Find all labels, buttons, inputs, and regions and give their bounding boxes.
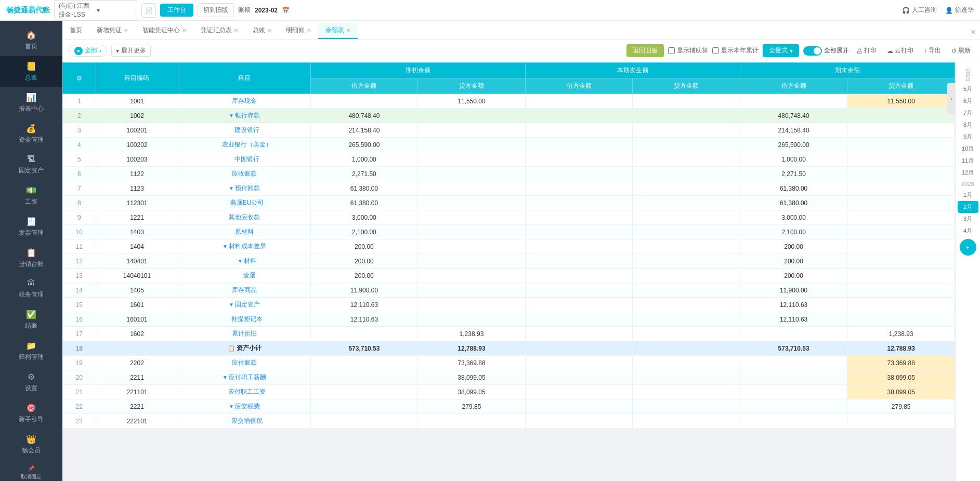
sidebar-item-funds[interactable]: 💰 资金管理	[0, 118, 62, 150]
th-end-credit: 贷方金额	[847, 78, 955, 94]
cell-name[interactable]: 燕属EU公司	[178, 196, 310, 210]
show-year-input[interactable]	[712, 47, 719, 54]
calendar-icon[interactable]: 📄	[141, 3, 156, 18]
consult-icon: 🎧	[902, 7, 910, 14]
cell-curr-credit	[633, 414, 740, 429]
month-2[interactable]: 2月	[958, 201, 978, 213]
month-5[interactable]: 5月	[958, 83, 978, 95]
print-button[interactable]: 🖨 打印	[853, 45, 880, 56]
sidebar-item-reports[interactable]: 📊 报表中心	[0, 87, 62, 118]
cell-name[interactable]: ▼预付账款	[178, 181, 310, 196]
sidebar-item-archive[interactable]: 📁 归档管理	[0, 336, 62, 367]
cell-start-debit: 214,158.40	[310, 123, 418, 138]
month-8[interactable]: 8月	[958, 119, 978, 131]
month-7[interactable]: 7月	[958, 107, 978, 119]
cell-name[interactable]: 应收账款	[178, 167, 310, 181]
switch-version-button[interactable]: 切到旧版	[198, 3, 234, 17]
tab-voucher-summary[interactable]: 凭证汇总表 ✕	[193, 23, 245, 39]
cell-name[interactable]: 原材料	[178, 225, 310, 239]
cell-code: 14040101	[96, 269, 178, 283]
main-content: 首页 新增凭证 ✕ 智能凭证中心 ✕ 凭证汇总表 ✕ 总账 ✕ 明细账 ✕	[62, 21, 980, 481]
sidebar-item-settings[interactable]: ⚙ 设置	[0, 367, 62, 398]
month-1[interactable]: 1月	[958, 189, 978, 201]
cell-name[interactable]: ▼应付职工薪酬	[178, 370, 310, 385]
month-11[interactable]: 11月	[958, 155, 978, 167]
tab-balance-sheet-close[interactable]: ✕	[346, 28, 350, 33]
cell-name[interactable]: 其他应收款	[178, 210, 310, 225]
full-mode-button[interactable]: 全量式 ▾	[763, 44, 799, 57]
tab-new-voucher-close[interactable]: ✕	[124, 28, 128, 33]
cell-name[interactable]: ▼材料成本差异	[178, 239, 310, 254]
sidebar-label-archive: 归档管理	[19, 353, 44, 362]
tab-smart-voucher[interactable]: 智能凭证中心 ✕	[135, 23, 193, 39]
tab-general-ledger[interactable]: 总账 ✕	[245, 23, 279, 39]
show-aux-input[interactable]	[668, 47, 675, 54]
month-9[interactable]: 9月	[958, 131, 978, 143]
tab-balance-sheet[interactable]: 余额表 ✕	[318, 23, 358, 39]
month-4[interactable]: 4月	[958, 225, 978, 237]
cell-name[interactable]: 应付职工工资	[178, 385, 310, 399]
period-calendar-icon[interactable]: 📅	[282, 7, 290, 14]
close-all-tabs[interactable]: ✕	[966, 25, 980, 39]
company-selector[interactable]: (勾前) 江西股金-LSS ▾	[54, 0, 137, 21]
collapse-panel-button[interactable]: ›	[947, 83, 956, 114]
month-12[interactable]: 12月	[958, 167, 978, 179]
cell-curr-credit	[633, 225, 740, 239]
sidebar-item-pin-bottom[interactable]: 📌 取消固定	[0, 460, 62, 481]
sidebar-item-member[interactable]: 👑 畅会员	[0, 429, 62, 460]
month-10[interactable]: 10月	[958, 143, 978, 155]
sidebar-item-invoice[interactable]: 🧾 发票管理	[0, 211, 62, 243]
tab-voucher-summary-close[interactable]: ✕	[234, 28, 238, 33]
sidebar-item-home[interactable]: 🏠 首页	[0, 25, 62, 56]
print-icon: 🖨	[856, 47, 863, 55]
cell-curr-credit	[633, 298, 740, 312]
tab-home[interactable]: 首页	[62, 23, 89, 39]
tab-detail-ledger[interactable]: 明细账 ✕	[279, 23, 318, 39]
sidebar-item-tax[interactable]: 🏛 税务管理	[0, 274, 62, 304]
tab-detail-ledger-close[interactable]: ✕	[307, 28, 311, 33]
user-profile[interactable]: 👤 徐逢华	[945, 6, 974, 15]
month-6[interactable]: 6月	[958, 95, 978, 107]
cell-name[interactable]: 壹蛋	[178, 269, 310, 283]
month-3[interactable]: 3月	[958, 213, 978, 225]
cell-name[interactable]: 建设银行	[178, 123, 310, 138]
tab-smart-voucher-close[interactable]: ✕	[182, 28, 186, 33]
expand-more-button[interactable]: ▾ 展开更多	[111, 45, 151, 57]
sidebar-item-salary[interactable]: 💵 工资	[0, 180, 62, 211]
all-filter-button[interactable]: ● 全部 ›	[69, 45, 107, 57]
refresh-button[interactable]: ↺ 刷新	[948, 45, 974, 56]
tab-general-ledger-close[interactable]: ✕	[267, 28, 271, 33]
cell-name[interactable]: ▼应交税费	[178, 399, 310, 414]
sidebar-item-close[interactable]: ✅ 结账	[0, 304, 62, 336]
workbench-button[interactable]: 工作台	[160, 4, 193, 17]
tab-new-voucher[interactable]: 新增凭证 ✕	[89, 23, 135, 39]
cell-name[interactable]: ▼固定资产	[178, 298, 310, 312]
cloud-print-button[interactable]: ☁ 云打印	[884, 45, 917, 56]
cell-name[interactable]: 农业银行（美金）	[178, 138, 310, 152]
cell-name[interactable]: 鞋提塑记本	[178, 312, 310, 327]
sidebar-item-assets[interactable]: 🏗 固定资产	[0, 150, 62, 180]
sidebar-item-trading[interactable]: 📋 进销台账	[0, 243, 62, 274]
cell-no: 19	[63, 356, 96, 370]
cell-name[interactable]: 应付账款	[178, 356, 310, 370]
return-old-button[interactable]: 返回旧版	[626, 44, 664, 57]
cell-name[interactable]: 应交增值税	[178, 414, 310, 429]
settings-icon[interactable]: ⚙	[76, 75, 82, 82]
expand-more-label: 展开更多	[121, 46, 146, 55]
export-button[interactable]: ↑ 导出	[921, 45, 944, 56]
cell-name[interactable]: 库存商品	[178, 283, 310, 298]
show-aux-checkbox[interactable]: 显示辅助算	[668, 46, 708, 55]
cell-name[interactable]: 中国银行	[178, 152, 310, 167]
sidebar-item-guide[interactable]: 🎯 新手引导	[0, 398, 62, 429]
cell-code: 1001	[96, 94, 178, 109]
cell-name[interactable]: 累计折旧	[178, 327, 310, 341]
cell-name[interactable]: ▼材料	[178, 254, 310, 269]
sidebar-item-ledger[interactable]: 📒 总账	[0, 56, 62, 87]
cell-name[interactable]: ▼银行存款	[178, 109, 310, 123]
cell-name[interactable]: 库存现金	[178, 94, 310, 109]
toggle-switch[interactable]	[803, 46, 822, 56]
add-period-button[interactable]: +	[960, 239, 976, 256]
consult-button[interactable]: 🎧 人工咨询	[902, 6, 937, 15]
expand-all-toggle[interactable]: 全部展开	[803, 46, 849, 56]
show-year-checkbox[interactable]: 显示本年累计	[712, 46, 759, 55]
